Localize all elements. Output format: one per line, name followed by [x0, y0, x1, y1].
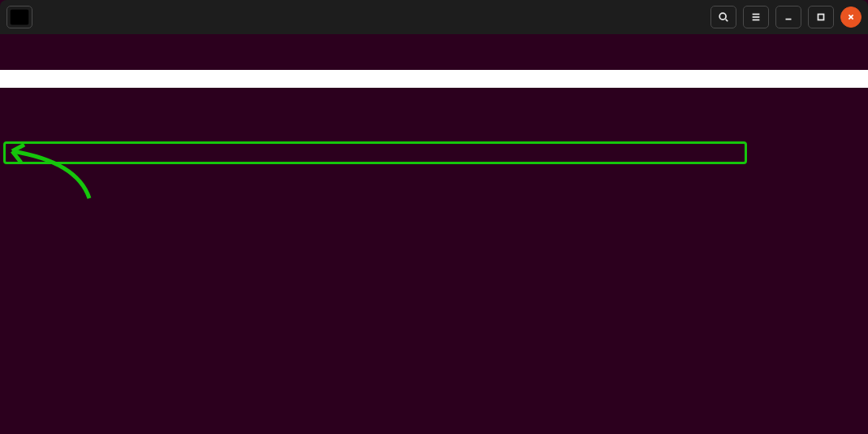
menu-button[interactable] — [743, 6, 769, 28]
svg-line-4 — [726, 20, 728, 22]
svg-rect-9 — [818, 15, 824, 20]
svg-point-3 — [719, 13, 726, 20]
arrow-annotation — [0, 141, 97, 206]
hamburger-icon — [750, 11, 762, 23]
maximize-icon — [815, 11, 827, 23]
terminal-area[interactable] — [0, 34, 868, 141]
close-icon — [845, 11, 857, 23]
new-tab-icon — [7, 5, 32, 29]
highlight-box-annotation — [3, 141, 747, 164]
search-icon — [718, 11, 729, 23]
nano-shortcuts — [6, 395, 862, 431]
minimize-icon — [783, 11, 794, 23]
nano-statusbar — [0, 70, 868, 88]
minimize-button[interactable] — [775, 6, 801, 28]
maximize-button[interactable] — [808, 6, 834, 28]
svg-rect-0 — [11, 10, 29, 25]
close-button[interactable] — [840, 7, 862, 28]
editor-filename — [6, 70, 862, 88]
window-titlebar — [0, 0, 868, 34]
new-tab-button[interactable] — [6, 6, 32, 28]
search-button[interactable] — [710, 6, 736, 28]
